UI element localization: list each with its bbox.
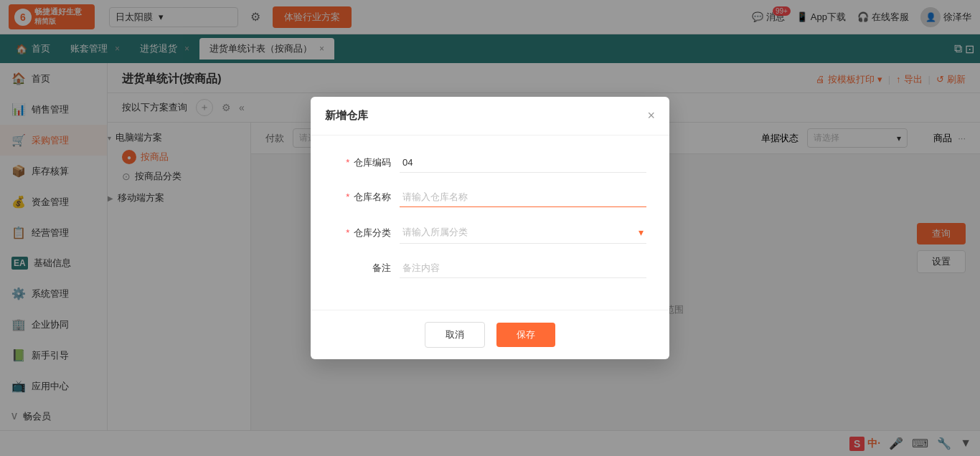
warehouse-code-input[interactable] bbox=[400, 153, 646, 173]
warehouse-remark-input[interactable] bbox=[400, 258, 646, 278]
save-button[interactable]: 保存 bbox=[496, 323, 555, 347]
warehouse-category-select[interactable]: 请输入所属分类 ▾ bbox=[400, 222, 646, 244]
warehouse-name-input[interactable] bbox=[400, 187, 646, 207]
modal-body: * 仓库编码 * 仓库名称 * 仓库分类 请输入 bbox=[311, 136, 669, 310]
warehouse-name-label: * 仓库名称 bbox=[334, 191, 391, 204]
warehouse-category-label: * 仓库分类 bbox=[334, 227, 391, 239]
modal-close-button[interactable]: × bbox=[647, 108, 655, 123]
warehouse-category-row: * 仓库分类 请输入所属分类 ▾ bbox=[334, 222, 646, 244]
new-warehouse-modal: 新增仓库 × * 仓库编码 * 仓库名称 bbox=[311, 97, 669, 359]
modal-overlay[interactable]: 新增仓库 × * 仓库编码 * 仓库名称 bbox=[0, 0, 980, 456]
category-arrow-icon: ▾ bbox=[639, 227, 644, 238]
modal-title: 新增仓库 bbox=[325, 109, 368, 123]
warehouse-remark-label: 备注 bbox=[334, 262, 391, 275]
warehouse-remark-row: 备注 bbox=[334, 258, 646, 278]
warehouse-code-label: * 仓库编码 bbox=[334, 156, 391, 169]
warehouse-name-row: * 仓库名称 bbox=[334, 187, 646, 207]
required-mark: * bbox=[346, 157, 349, 168]
modal-header: 新增仓库 × bbox=[311, 97, 669, 136]
cancel-button[interactable]: 取消 bbox=[425, 322, 485, 348]
warehouse-code-row: * 仓库编码 bbox=[334, 153, 646, 173]
category-placeholder: 请输入所属分类 bbox=[402, 226, 468, 239]
modal-footer: 取消 保存 bbox=[311, 310, 669, 359]
